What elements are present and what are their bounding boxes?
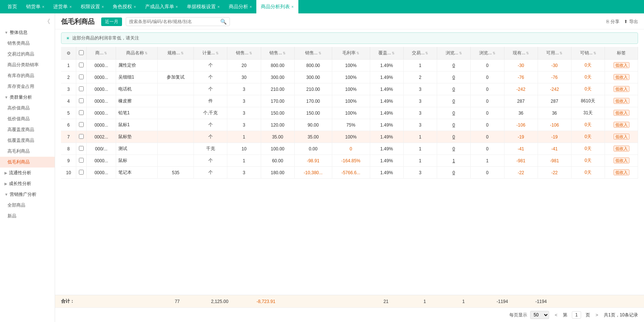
- sidebar-item-stock-capital[interactable]: 库存资金占用: [0, 81, 55, 92]
- col-browse2[interactable]: 浏览...⇅: [471, 47, 504, 60]
- sidebar-item-new-goods[interactable]: 新品: [0, 211, 55, 221]
- cell-checkbox[interactable]: [76, 143, 87, 155]
- cell-checkbox[interactable]: [76, 167, 87, 179]
- nav-permission-setting[interactable]: 权限设置 ×: [76, 0, 108, 13]
- col-gross-margin[interactable]: 毛利率⇅: [332, 47, 370, 60]
- nav-close-icon[interactable]: ×: [69, 4, 71, 9]
- filter-recent-month-button[interactable]: 近一月: [101, 17, 122, 26]
- row-checkbox[interactable]: [79, 86, 84, 91]
- cell-browse1[interactable]: 0: [437, 143, 471, 155]
- cell-checkbox[interactable]: [76, 83, 87, 95]
- sidebar-item-high-margin[interactable]: 高毛利商品: [0, 146, 55, 157]
- col-unit[interactable]: 计量...⇅: [194, 47, 227, 60]
- sidebar-group-cluster[interactable]: ▼ 类群量分析: [0, 92, 55, 103]
- col-select-all[interactable]: [76, 47, 87, 60]
- export-button[interactable]: ⬆ 导出: [624, 19, 638, 25]
- nav-role-auth[interactable]: 角色授权 ×: [108, 0, 140, 13]
- nav-close-icon[interactable]: ×: [217, 4, 220, 9]
- col-stock-current[interactable]: 现有...⇅: [504, 47, 538, 60]
- cell-checkbox[interactable]: [76, 155, 87, 167]
- sidebar-item-in-stock[interactable]: 有库存的商品: [0, 70, 55, 81]
- cell-browse1[interactable]: 0: [437, 119, 471, 131]
- col-coverage[interactable]: 覆盖...⇅: [370, 47, 403, 60]
- nav-sales-order[interactable]: 销货单 ×: [22, 0, 49, 13]
- nav-purchase-order[interactable]: 进货单 ×: [49, 0, 76, 13]
- col-code[interactable]: 商...⇅: [87, 47, 116, 60]
- search-input[interactable]: [129, 19, 220, 24]
- next-page-button[interactable]: ＞: [593, 312, 601, 318]
- cell-checkbox[interactable]: [76, 95, 87, 107]
- nav-close-icon[interactable]: ×: [102, 4, 104, 9]
- col-spec[interactable]: 规格...⇅: [158, 47, 194, 60]
- row-checkbox[interactable]: [79, 63, 84, 67]
- cell-browse1[interactable]: 0: [437, 107, 471, 119]
- row-checkbox[interactable]: [79, 170, 84, 175]
- sidebar-item-low-margin[interactable]: 低毛利商品: [0, 157, 55, 168]
- cell-checkbox[interactable]: [76, 71, 87, 83]
- sidebar-item-low-value[interactable]: 低价值商品: [0, 114, 55, 124]
- share-button[interactable]: ⎘ 分享: [606, 19, 619, 25]
- sidebar-item-category-rate[interactable]: 商品分类助销率: [0, 60, 55, 70]
- nav-template-setting[interactable]: 单据模板设置 ×: [182, 0, 224, 13]
- cell-browse1[interactable]: 0: [437, 83, 471, 95]
- nav-close-icon[interactable]: ×: [250, 4, 252, 9]
- row-checkbox[interactable]: [79, 74, 84, 79]
- cell-tag: 低收入: [605, 95, 638, 107]
- col-sales-price[interactable]: 销售...⇅: [261, 47, 294, 60]
- sidebar-group-overall[interactable]: ▼ 整体信息: [0, 27, 55, 38]
- notice-bar: ☀ 这部分商品的利润非常低，请关注: [61, 32, 638, 44]
- cell-browse1[interactable]: 0: [437, 95, 471, 107]
- cell-browse1[interactable]: 0: [437, 131, 471, 143]
- cell-sales-price: 800.00: [261, 60, 294, 71]
- cell-name: 鼠标1: [116, 119, 158, 131]
- cell-checkbox[interactable]: [76, 119, 87, 131]
- sidebar-group-growth[interactable]: ▶ 成长性分析: [0, 178, 55, 189]
- col-sales-profit[interactable]: 销售...⇅: [294, 47, 332, 60]
- sidebar-item-sales-goods[interactable]: 销售类商品: [0, 38, 55, 49]
- nav-close-icon[interactable]: ×: [176, 4, 178, 9]
- row-checkbox[interactable]: [79, 134, 84, 139]
- sidebar-item-all-goods[interactable]: 全部商品: [0, 200, 55, 211]
- row-checkbox[interactable]: [79, 110, 84, 115]
- sidebar-item-high-coverage[interactable]: 高覆盖度商品: [0, 124, 55, 135]
- cell-checkbox[interactable]: [76, 60, 87, 71]
- sidebar-group-circulation[interactable]: ▶ 流通性分析: [0, 168, 55, 178]
- row-checkbox[interactable]: [79, 158, 84, 163]
- col-sales-qty[interactable]: 销售...⇅: [227, 47, 261, 60]
- col-settings[interactable]: ⚙: [61, 47, 76, 60]
- collapse-sidebar-button[interactable]: 《: [43, 18, 52, 26]
- col-transaction[interactable]: 交易...⇅: [403, 47, 437, 60]
- select-all-checkbox[interactable]: [79, 50, 84, 55]
- cell-browse2: 0: [471, 107, 504, 119]
- page-size-select[interactable]: 50 20 100: [530, 311, 549, 319]
- sidebar-group-marketing[interactable]: ▼ 营销推广分析: [0, 189, 55, 200]
- row-checkbox[interactable]: [79, 146, 84, 151]
- col-browse1[interactable]: 浏览...⇅: [437, 47, 471, 60]
- col-name[interactable]: 商品名称⇅: [116, 47, 158, 60]
- sidebar-item-high-value[interactable]: 高价值商品: [0, 103, 55, 114]
- table-header-row: ⚙ 商...⇅ 商品名称⇅ 规格...⇅ 计量...⇅ 销售...⇅ 销售...…: [61, 47, 638, 60]
- col-stock-sellable[interactable]: 可销...⇅: [571, 47, 605, 60]
- cell-checkbox[interactable]: [76, 107, 87, 119]
- nav-product-analysis[interactable]: 商品分析 ×: [224, 0, 256, 13]
- cell-browse1[interactable]: 0: [437, 167, 471, 179]
- nav-close-icon[interactable]: ×: [291, 4, 294, 9]
- cell-checkbox[interactable]: [76, 131, 87, 143]
- col-stock-available[interactable]: 可用...⇅: [538, 47, 571, 60]
- footer-sales-profit: -8,723.91: [251, 299, 281, 304]
- nav-product-stock[interactable]: 产成品入库单 ×: [141, 0, 182, 13]
- cell-browse1[interactable]: 0: [437, 71, 471, 83]
- row-checkbox[interactable]: [79, 122, 84, 127]
- nav-home[interactable]: 首页: [3, 0, 22, 13]
- sidebar-item-low-coverage[interactable]: 低覆盖度商品: [0, 135, 55, 146]
- row-checkbox[interactable]: [79, 98, 84, 103]
- cell-browse1[interactable]: 0: [437, 60, 471, 71]
- sidebar-item-traded-goods[interactable]: 交易过的商品: [0, 49, 55, 60]
- search-icon[interactable]: 🔍: [220, 19, 227, 25]
- nav-close-icon[interactable]: ×: [134, 4, 136, 9]
- prev-page-button[interactable]: ＜: [552, 312, 560, 318]
- nav-close-icon[interactable]: ×: [42, 4, 44, 9]
- cell-browse1[interactable]: 1: [437, 155, 471, 167]
- nav-product-analysis-list[interactable]: 商品分析列表 ×: [256, 0, 298, 13]
- expand-arrow-icon: ▼: [4, 31, 8, 35]
